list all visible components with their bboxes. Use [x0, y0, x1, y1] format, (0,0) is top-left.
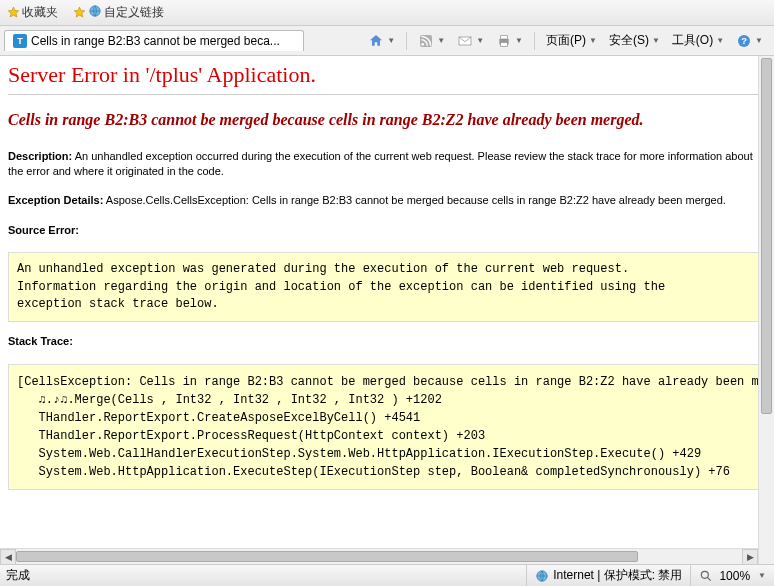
chevron-down-icon: ▼: [589, 36, 597, 45]
divider: [8, 94, 766, 95]
stack-trace-label: Stack Trace:: [8, 334, 766, 349]
chevron-down-icon: ▼: [716, 36, 724, 45]
chevron-down-icon: ▼: [515, 36, 523, 45]
svg-text:?: ?: [741, 36, 747, 46]
svg-rect-6: [501, 42, 508, 46]
add-favorite-icon[interactable]: [72, 6, 86, 20]
chevron-down-icon: ▼: [437, 36, 445, 45]
description-text: An unhandled exception occurred during t…: [8, 150, 753, 177]
favorites-label: 收藏夹: [22, 4, 58, 21]
svg-point-2: [422, 43, 425, 46]
chevron-down-icon: ▼: [387, 36, 395, 45]
tab-title: Cells in range B2:B3 cannot be merged be…: [31, 34, 295, 48]
exception-text: Aspose.Cells.CellsException: Cells in ra…: [103, 194, 725, 206]
chevron-down-icon: ▼: [652, 36, 660, 45]
stack-trace-box: [CellsException: Cells in range B2:B3 ca…: [8, 364, 766, 490]
separator: [534, 32, 535, 50]
tools-menu[interactable]: 工具(O)▼: [669, 30, 727, 51]
tab-favicon-icon: T: [13, 34, 27, 48]
status-zone: Internet | 保护模式: 禁用: [526, 565, 690, 586]
vertical-scrollbar[interactable]: [758, 56, 774, 564]
source-error-label: Source Error:: [8, 223, 766, 238]
home-button[interactable]: ▼: [365, 31, 398, 51]
status-done: 完成: [0, 567, 150, 584]
status-zoom[interactable]: 100% ▼: [690, 565, 774, 586]
svg-rect-5: [501, 35, 508, 38]
browser-tab[interactable]: T Cells in range B2:B3 cannot be merged …: [4, 30, 304, 51]
description-label: Description:: [8, 150, 72, 162]
description-block: Description: An unhandled exception occu…: [8, 149, 766, 180]
source-error-box: An unhandled exception was generated dur…: [8, 252, 766, 322]
exception-block: Exception Details: Aspose.Cells.CellsExc…: [8, 193, 766, 208]
scroll-thumb[interactable]: [16, 551, 638, 562]
separator: [406, 32, 407, 50]
chevron-down-icon: ▼: [476, 36, 484, 45]
horizontal-scrollbar[interactable]: ◀ ▶: [0, 548, 758, 564]
globe-icon[interactable]: [88, 4, 102, 21]
scroll-thumb[interactable]: [761, 58, 772, 414]
custom-links-label[interactable]: 自定义链接: [104, 4, 164, 21]
mail-button[interactable]: ▼: [454, 31, 487, 51]
error-message: Cells in range B2:B3 cannot be merged be…: [8, 109, 766, 131]
zoom-icon: [699, 569, 713, 583]
feeds-button[interactable]: ▼: [415, 31, 448, 51]
page-content: Server Error in '/tplus' Application. Ce…: [0, 56, 774, 564]
favorites-bar: 收藏夹 自定义链接: [0, 0, 774, 26]
exception-label: Exception Details:: [8, 194, 103, 206]
favorites-star-icon[interactable]: [6, 6, 20, 20]
error-heading: Server Error in '/tplus' Application.: [8, 62, 766, 88]
status-bar: 完成 Internet | 保护模式: 禁用 100% ▼: [0, 564, 774, 586]
chevron-down-icon: ▼: [758, 571, 766, 580]
chevron-down-icon: ▼: [755, 36, 763, 45]
page-menu[interactable]: 页面(P)▼: [543, 30, 600, 51]
scroll-right-button[interactable]: ▶: [742, 549, 758, 565]
safety-menu[interactable]: 安全(S)▼: [606, 30, 663, 51]
tab-toolbar: T Cells in range B2:B3 cannot be merged …: [0, 26, 774, 56]
svg-line-11: [708, 577, 712, 581]
scroll-left-button[interactable]: ◀: [0, 549, 16, 565]
help-button[interactable]: ? ▼: [733, 31, 766, 51]
ie-command-bar: ▼ ▼ ▼ ▼ 页面(P)▼ 安全(S)▼ 工具(O)▼ ? ▼: [365, 30, 770, 51]
print-button[interactable]: ▼: [493, 31, 526, 51]
internet-zone-icon: [535, 569, 549, 583]
